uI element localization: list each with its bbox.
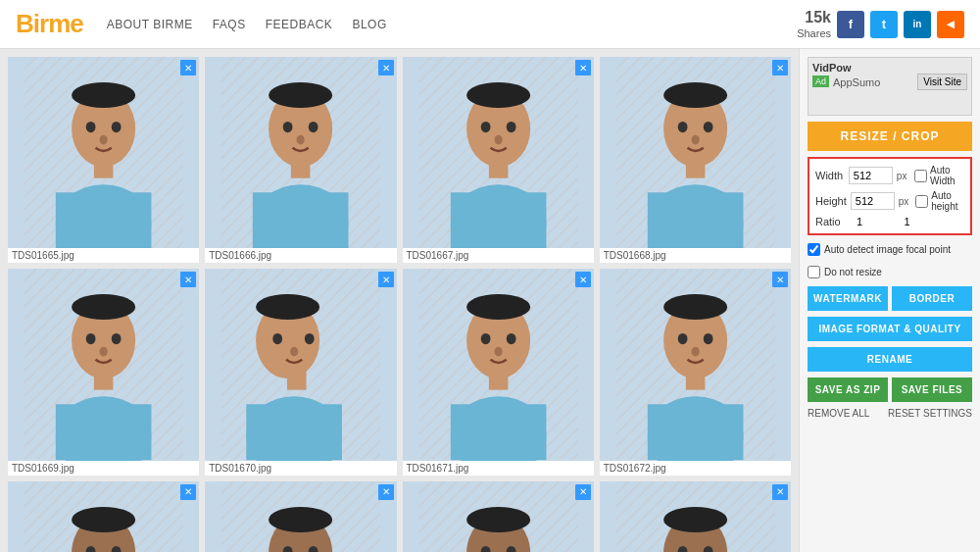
image-card[interactable]: ✕TDS01666.jpg	[205, 57, 396, 263]
image-thumbnail	[8, 481, 199, 553]
nav-faqs[interactable]: FAQS	[213, 18, 246, 31]
svg-point-36	[663, 82, 727, 108]
watermark-button[interactable]: WATERMARK	[808, 286, 888, 311]
image-filename: TDS01672.jpg	[600, 461, 791, 476]
auto-detect-label: Auto detect image focal point	[824, 244, 951, 255]
auto-detect-option: Auto detect image focal point	[808, 241, 972, 258]
share-count: 15k Shares	[797, 8, 831, 39]
svg-point-39	[691, 135, 699, 145]
ratio-label: Ratio	[815, 216, 853, 227]
image-card[interactable]: ✕TDS01693.jpg	[403, 481, 594, 553]
ad-label: Ad	[812, 75, 829, 87]
linkedin-share-button[interactable]: in	[904, 11, 931, 38]
save-files-button[interactable]: SAVE FILES	[892, 377, 972, 402]
svg-point-66	[466, 294, 530, 320]
height-unit: px	[899, 196, 911, 207]
nav-blog[interactable]: BLOG	[352, 18, 386, 31]
auto-width-check[interactable]: Auto Width	[914, 165, 964, 186]
watermark-border-row: WATERMARK BORDER	[808, 286, 972, 311]
width-row: Width px Auto Width	[815, 165, 964, 186]
twitter-share-button[interactable]: t	[870, 11, 898, 38]
border-button[interactable]: BORDER	[892, 286, 972, 311]
ad-visit-button[interactable]: Visit Site	[917, 74, 967, 90]
logo[interactable]: Birme	[16, 9, 83, 39]
image-format-button[interactable]: IMAGE FORMAT & QUALITY	[808, 317, 972, 341]
image-card[interactable]: ✕TDS01674.jpg	[205, 481, 396, 553]
svg-point-28	[506, 122, 515, 132]
svg-point-77	[677, 333, 687, 344]
nav-feedback[interactable]: FEEDBACK	[266, 18, 333, 31]
svg-point-38	[704, 122, 713, 132]
remove-image-button[interactable]: ✕	[772, 60, 788, 75]
no-resize-checkbox[interactable]	[808, 266, 820, 278]
image-card[interactable]: ✕TDS01673.jpg	[8, 481, 199, 553]
svg-point-17	[283, 122, 293, 132]
image-card[interactable]: ✕TDS01669.jpg	[8, 269, 199, 475]
image-filename: TDS01671.jpg	[403, 461, 594, 476]
auto-height-label: Auto height	[931, 190, 964, 212]
remove-image-button[interactable]: ✕	[575, 484, 591, 500]
rename-button[interactable]: RENAME	[808, 347, 972, 372]
image-card[interactable]: ✕TDS01672.jpg	[600, 269, 791, 475]
header-right: 15k Shares f t in ◀	[797, 8, 964, 39]
image-card[interactable]: ✕TDS01671.jpg	[403, 269, 594, 475]
image-card[interactable]: ✕TDS01668.jpg	[600, 57, 791, 263]
logo-text: Bir	[16, 9, 48, 38]
svg-point-106	[466, 507, 530, 532]
svg-point-59	[290, 347, 298, 357]
remove-image-button[interactable]: ✕	[772, 484, 788, 500]
remove-image-button[interactable]: ✕	[575, 272, 591, 287]
no-resize-label: Do not resize	[824, 267, 882, 277]
remove-image-button[interactable]: ✕	[378, 484, 394, 500]
facebook-share-button[interactable]: f	[837, 11, 864, 38]
remove-image-button[interactable]: ✕	[378, 60, 394, 75]
svg-point-37	[677, 122, 687, 132]
image-filename: TDS01669.jpg	[8, 461, 199, 476]
image-thumbnail	[600, 269, 791, 460]
reset-settings-link[interactable]: RESET SETTINGS	[888, 408, 972, 419]
resize-crop-button[interactable]: RESIZE / CROP	[808, 122, 972, 151]
remove-image-button[interactable]: ✕	[772, 272, 788, 287]
ad-product: VidPow	[812, 62, 852, 74]
svg-point-78	[704, 333, 713, 344]
svg-point-6	[72, 82, 135, 108]
svg-point-67	[480, 333, 490, 344]
ad-banner: VidPow Ad AppSumo Visit Site	[808, 57, 972, 116]
remove-image-button[interactable]: ✕	[378, 272, 394, 287]
settings-panel: Width px Auto Width Height px Auto heigh…	[808, 157, 972, 235]
auto-height-check[interactable]: Auto height	[915, 190, 964, 212]
auto-height-checkbox[interactable]	[915, 195, 928, 208]
height-input[interactable]	[851, 192, 895, 210]
share-button[interactable]: ◀	[937, 11, 964, 38]
image-filename: TDS01666.jpg	[205, 248, 396, 263]
image-thumbnail	[205, 269, 396, 460]
remove-all-link[interactable]: REMOVE ALL	[808, 408, 869, 419]
ratio-row: Ratio 1 1	[815, 216, 964, 227]
nav-about[interactable]: ABOUT BIRME	[107, 18, 193, 31]
auto-width-checkbox[interactable]	[914, 170, 927, 182]
svg-point-48	[112, 333, 122, 344]
image-card[interactable]: ✕TDS01665.jpg	[8, 57, 199, 263]
auto-detect-checkbox[interactable]	[808, 243, 820, 256]
image-card[interactable]: ✕TDS01694.jpg	[600, 481, 791, 553]
image-card[interactable]: ✕TDS01670.jpg	[205, 269, 396, 475]
svg-point-16	[269, 82, 332, 108]
height-row: Height px Auto height	[815, 190, 964, 212]
ratio-separator	[874, 216, 892, 227]
remove-image-button[interactable]: ✕	[180, 272, 196, 287]
svg-point-58	[305, 333, 315, 344]
width-input[interactable]	[849, 167, 893, 184]
svg-point-19	[297, 135, 305, 145]
svg-point-79	[691, 347, 699, 357]
remove-image-button[interactable]: ✕	[180, 484, 196, 500]
svg-rect-3	[56, 192, 152, 248]
remove-image-button[interactable]: ✕	[180, 60, 196, 75]
remove-image-button[interactable]: ✕	[575, 60, 591, 75]
save-zip-button[interactable]: SAVE AS ZIP	[808, 377, 888, 402]
svg-rect-73	[648, 405, 744, 461]
svg-point-49	[100, 347, 108, 357]
image-card[interactable]: ✕TDS01667.jpg	[403, 57, 594, 263]
image-grid-area: ✕TDS01665.jpg✕TDS01666.jpg✕TDS01667.jpg✕…	[0, 49, 799, 552]
image-filename: TDS01665.jpg	[8, 248, 199, 263]
ratio-height: 1	[904, 216, 909, 227]
